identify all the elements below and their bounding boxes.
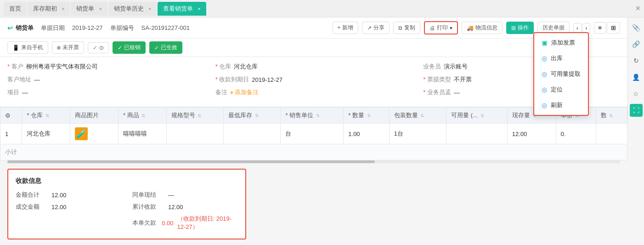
- logistics-button[interactable]: 🚚 物流信息: [462, 22, 503, 34]
- tab-history-label: 销货单历史: [114, 5, 144, 13]
- outstanding-label: 本单欠款: [132, 219, 158, 227]
- employee-value: 演示账号: [444, 63, 468, 71]
- checked-status-button[interactable]: ✓ 已核销: [113, 41, 146, 54]
- salesman-value: —: [454, 89, 460, 96]
- col-spec[interactable]: 规格型号 ⇅: [166, 108, 223, 124]
- outstanding-row: 本单欠款 0.00 （收款到期日: 2019-12-27）: [132, 215, 238, 231]
- sidebar-star-icon[interactable]: ☆: [630, 87, 643, 100]
- next-button[interactable]: ›: [582, 23, 591, 33]
- col-min-stock[interactable]: 最低库存 ⇅: [224, 108, 281, 124]
- due-date-value: 2019-12-27: [252, 76, 282, 83]
- grid-view-button[interactable]: ⊞: [607, 22, 620, 34]
- tab-inventory-label: 库存期初: [33, 5, 57, 13]
- refresh-item[interactable]: ◎ 刷新: [534, 97, 588, 113]
- col-amount[interactable]: 数 ⇅: [596, 108, 627, 124]
- row-available: [446, 124, 508, 144]
- tab-view-close[interactable]: ×: [198, 6, 200, 11]
- tab-view-label: 查看销货单: [163, 5, 193, 13]
- customer-value: 柳州粤港平安气体有限公司: [26, 63, 98, 71]
- tab-bar: 首页 库存期初 × 销货单 × 销货单历史 × 查看销货单 × ×: [0, 0, 644, 17]
- phone-icon: 📱: [12, 45, 19, 51]
- prev-button[interactable]: ‹: [573, 23, 582, 33]
- tab-sales-close[interactable]: ×: [99, 6, 102, 11]
- tab-inventory-close[interactable]: ×: [62, 6, 64, 11]
- not-open-dot: [57, 46, 61, 50]
- logistics-icon: 🚚: [467, 25, 474, 31]
- tab-view-sales[interactable]: 查看销货单 ×: [158, 2, 206, 16]
- number-label: 单据编号: [110, 24, 134, 32]
- tab-home[interactable]: 首页: [4, 2, 27, 16]
- print-icon: 🖨: [429, 25, 435, 31]
- share-button[interactable]: ↗ 分享: [362, 22, 390, 34]
- payment-title: 收款信息: [16, 177, 238, 185]
- address-value: —: [34, 76, 40, 83]
- sidebar-rotate-icon[interactable]: ↻: [630, 54, 643, 67]
- col-sales-unit[interactable]: * 销售单位 ⇅: [281, 108, 344, 124]
- available-qty-icon: ◎: [542, 70, 547, 78]
- add-button[interactable]: + 新增: [333, 22, 358, 34]
- confirm-button[interactable]: ✓ ⊙: [88, 42, 109, 53]
- address-field: 客户地址 —: [7, 75, 204, 84]
- sidebar-user-icon[interactable]: 👤: [630, 71, 643, 84]
- ship-out-item[interactable]: ◎ 出库: [534, 51, 588, 66]
- add-invoice-label: 添加发票: [551, 39, 575, 47]
- copy-button[interactable]: ⧉ 复制: [393, 22, 420, 34]
- row-unit-price: 0.: [556, 124, 596, 144]
- outstanding-value: 0.00: [162, 220, 173, 227]
- ship-out-label: 出库: [551, 54, 563, 63]
- window-close-button[interactable]: ×: [635, 4, 640, 13]
- location-item[interactable]: ◎ 定位: [534, 82, 588, 97]
- print-dropdown-arrow: ▾: [450, 25, 452, 31]
- payment-section: 收款信息 金额合计 12.00 同单现结 — 成交金额 12.00 累计收款 1…: [7, 169, 246, 239]
- operations-dropdown: ▣ 添加发票 ◎ 出库 ◎ 可用量提取 ◎ 定位 ◎ 刷新: [533, 32, 589, 116]
- form-row-1: * 客户 柳州粤港平安气体有限公司 * 仓库 河北仓库 业务员 演示账号: [7, 63, 620, 71]
- tab-sales-history[interactable]: 销货单历史 ×: [108, 2, 157, 16]
- col-warehouse[interactable]: * 仓库 ⇅: [22, 108, 70, 124]
- add-note-button[interactable]: + 添加备注: [230, 88, 259, 97]
- location-label: 定位: [551, 85, 563, 94]
- total-amount-row: 金额合计 12.00: [16, 191, 121, 199]
- due-date-field: * 收款到期日 2019-12-27: [215, 75, 412, 84]
- horizontal-scrollbar[interactable]: [7, 160, 620, 163]
- ticket-type-value: 不开票: [454, 75, 472, 84]
- due-note: （收款到期日: 2019-12-27）: [177, 215, 238, 231]
- not-open-button[interactable]: 未开票: [52, 41, 84, 54]
- available-qty-item[interactable]: ◎ 可用量提取: [534, 66, 588, 82]
- nav-arrows: ‹ ›: [573, 23, 590, 33]
- col-pack-qty[interactable]: 包装数量 ⇅: [389, 108, 446, 124]
- col-available[interactable]: 可用量 (... ⇅: [446, 108, 508, 124]
- operations-button[interactable]: ⊞ 操作: [506, 22, 534, 34]
- col-settings[interactable]: ⚙: [0, 108, 22, 124]
- cumulative-label: 累计收款: [132, 203, 164, 211]
- note-field: 备注 + 添加备注: [215, 88, 412, 97]
- operations-icon: ⊞: [511, 25, 516, 31]
- product-image: 🧪: [75, 127, 88, 140]
- tab-sales-order[interactable]: 销货单 ×: [71, 2, 107, 16]
- form-row-3: 项目 — 备注 + 添加备注 * 业务员孟 —: [7, 88, 620, 97]
- tab-inventory-init[interactable]: 库存期初 ×: [28, 2, 70, 16]
- customer-field: * 客户 柳州粤港平安气体有限公司: [7, 63, 204, 71]
- add-invoice-item[interactable]: ▣ 添加发票: [534, 35, 588, 51]
- print-button[interactable]: 🖨 打印 ▾: [424, 21, 458, 34]
- right-sidebar: 📎 🔗 ↻ 👤 ☆ ⛶: [627, 17, 644, 120]
- confirm-icon: ✓: [93, 45, 97, 51]
- scroll-thumb[interactable]: [7, 160, 375, 163]
- transaction-label: 成交金额: [16, 203, 48, 211]
- sidebar-expand-icon[interactable]: ⛶: [630, 104, 643, 117]
- warehouse-field: * 仓库 河北仓库: [215, 63, 412, 71]
- row-product: 嘻嘻嘻嘻: [118, 124, 166, 144]
- gear-icon: ⚙: [5, 112, 11, 119]
- sidebar-link-icon[interactable]: 🔗: [630, 38, 643, 51]
- effective-status-button[interactable]: ✓ 已生效: [149, 41, 182, 54]
- project-value: —: [22, 89, 28, 96]
- sales-order-icon: ↩: [7, 24, 13, 32]
- row-product-img: 🧪: [70, 124, 119, 144]
- tab-history-close[interactable]: ×: [148, 6, 151, 11]
- transaction-row: 成交金额 12.00: [16, 203, 121, 211]
- from-phone-button[interactable]: 📱 来自手机: [7, 41, 48, 54]
- col-product[interactable]: * 商品 ⇅: [118, 108, 166, 124]
- list-view-button[interactable]: ≡: [594, 22, 606, 34]
- col-quantity[interactable]: * 数量 ⇅: [344, 108, 389, 124]
- warehouse-value: 河北仓库: [234, 63, 258, 71]
- sidebar-attachment-icon[interactable]: 📎: [630, 21, 643, 34]
